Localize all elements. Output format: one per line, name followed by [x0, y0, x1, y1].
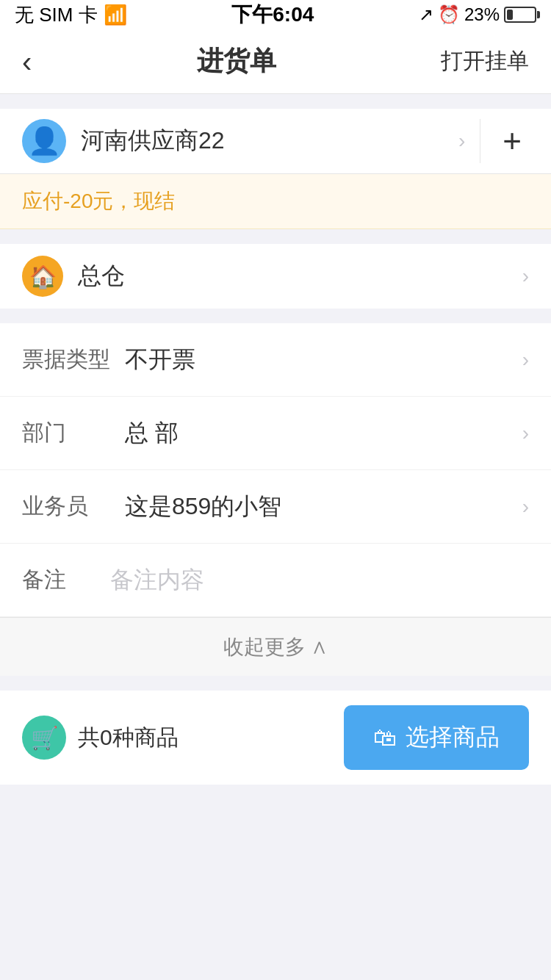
sim-text: 无 SIM 卡 [15, 2, 98, 28]
salesperson-row[interactable]: 业务员 这是859的小智 › [0, 470, 551, 544]
supplier-row[interactable]: 👤 河南供应商22 › [22, 109, 465, 173]
page-title: 进货单 [197, 43, 276, 79]
remark-row[interactable]: 备注 备注内容 [0, 544, 551, 617]
avatar: 👤 [22, 119, 66, 163]
collapse-label: 收起更多 ∧ [223, 633, 328, 661]
salesperson-chevron-icon: › [522, 495, 529, 519]
status-right: ↗ ⏰ 23% [419, 4, 536, 25]
department-row[interactable]: 部门 总 部 › [0, 397, 551, 470]
select-label: 选择商品 [406, 721, 500, 754]
form-section: 票据类型 不开票 › 部门 总 部 › 业务员 这是859的小智 › 备注 备注… [0, 323, 551, 676]
remark-input[interactable]: 备注内容 [110, 564, 529, 597]
warehouse-row[interactable]: 🏠 总仓 › [0, 244, 551, 309]
alarm-icon: ⏰ [438, 4, 460, 25]
status-left: 无 SIM 卡 📶 [15, 2, 127, 28]
supplier-name: 河南供应商22 [81, 125, 458, 157]
invoice-type-value: 不开票 [110, 344, 522, 376]
avatar-icon: 👤 [28, 126, 61, 156]
nav-bar: ‹ 进货单 打开挂单 [0, 29, 551, 94]
invoice-type-row[interactable]: 票据类型 不开票 › [0, 323, 551, 397]
remark-label: 备注 [22, 565, 110, 595]
department-chevron-icon: › [522, 422, 529, 445]
status-bar: 无 SIM 卡 📶 下午6:04 ↗ ⏰ 23% [0, 0, 551, 29]
warehouse-chevron-icon: › [522, 264, 529, 288]
product-icon: 🛒 [22, 716, 66, 760]
battery-text: 23% [464, 4, 500, 25]
wifi-icon: 📶 [104, 4, 127, 26]
select-icon: 🛍 [373, 724, 397, 752]
salesperson-label: 业务员 [22, 491, 110, 522]
bottom-bar: 🛒 共0种商品 🛍 选择商品 [0, 691, 551, 785]
house-icon: 🏠 [29, 264, 57, 289]
warehouse-name: 总仓 [78, 260, 522, 292]
balance-notice: 应付-20元，现结 [0, 174, 551, 229]
select-product-button[interactable]: 🛍 选择商品 [344, 705, 529, 770]
warehouse-section: 🏠 总仓 › [0, 244, 551, 309]
add-supplier-button[interactable]: + [495, 123, 529, 159]
product-count: 共0种商品 [78, 723, 179, 753]
section-gap-top [0, 94, 551, 109]
salesperson-value: 这是859的小智 [110, 491, 522, 523]
department-value: 总 部 [110, 417, 522, 450]
invoice-type-chevron-icon: › [522, 348, 529, 372]
invoice-type-label: 票据类型 [22, 345, 110, 375]
open-pending-button[interactable]: 打开挂单 [441, 46, 529, 76]
department-label: 部门 [22, 418, 110, 448]
supplier-section: 👤 河南供应商22 › + [0, 109, 551, 174]
section-gap-2 [0, 229, 551, 244]
location-icon: ↗ [419, 4, 433, 25]
battery-icon [504, 7, 536, 23]
vertical-divider [480, 119, 480, 163]
status-time: 下午6:04 [231, 1, 314, 29]
warehouse-icon: 🏠 [22, 256, 63, 297]
cart-icon: 🛒 [31, 725, 58, 751]
collapse-button[interactable]: 收起更多 ∧ [0, 617, 551, 676]
product-count-area: 🛒 共0种商品 [22, 716, 179, 760]
supplier-chevron-icon: › [458, 129, 465, 153]
back-button[interactable]: ‹ [22, 47, 32, 76]
